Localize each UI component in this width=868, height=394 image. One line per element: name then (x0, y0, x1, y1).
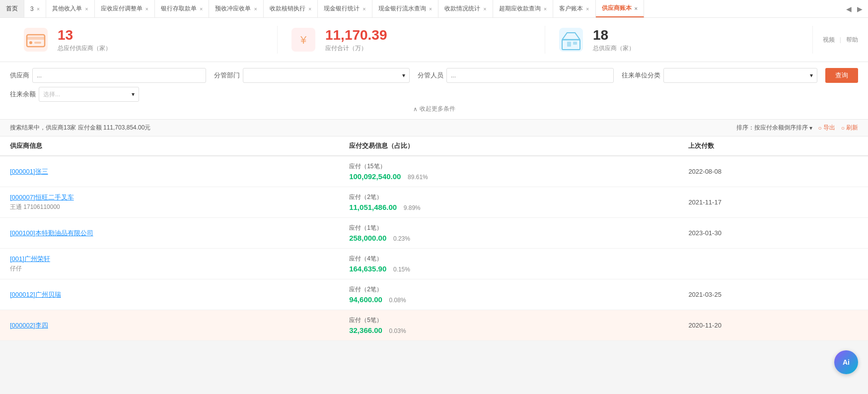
svg-text:¥: ¥ (300, 34, 307, 46)
table-header: 供应商信息 应付交易信息（占比） 上次付数 (0, 136, 868, 156)
txn-percent: 0.03% (389, 328, 406, 334)
close-icon[interactable]: × (308, 6, 311, 12)
filter-row-1: 供应商 分管部门 ▾ 分管人员 往来单位分类 ▾ 查询 (10, 68, 858, 83)
nav-item-supplier-ledger[interactable]: 供应商账本 × (596, 0, 644, 17)
supplier-name-link[interactable]: [000001]张三 (10, 167, 349, 176)
txn-amount[interactable]: 11,051,486.00 (349, 203, 397, 211)
svg-rect-11 (562, 39, 580, 41)
nav-item-other-income[interactable]: 其他收入单 × (46, 0, 94, 17)
table-row: [000100]本特勤油品有限公司 应付（1笔） 258,000.00 0.23… (0, 218, 868, 249)
table-row: [000012]广州贝瑞 应付（2笔） 94,600.00 0.08% 2021… (0, 279, 868, 310)
txn-percent: 0.23% (393, 235, 410, 242)
refresh-button[interactable]: ○ 刷新 (841, 124, 858, 132)
dept-label: 分管部门 (214, 71, 240, 80)
nav-item-bank[interactable]: 银行存取款单 × (155, 0, 209, 17)
close-icon[interactable]: × (85, 6, 88, 12)
summary-text-payable: 13 总应付供应商（家） (58, 27, 111, 53)
search-button[interactable]: 查询 (825, 68, 858, 83)
total-suppliers-value: 18 (593, 27, 635, 44)
unit-filter: 往来单位分类 ▾ (622, 68, 818, 83)
close-icon[interactable]: × (635, 5, 638, 11)
txn-count: 应付（2笔） (349, 193, 688, 201)
supplier-name-link[interactable]: [001]广州荣轩 (10, 255, 349, 263)
payable-suppliers-value: 13 (58, 27, 111, 44)
col-header-supplier: 供应商信息 (10, 141, 349, 150)
store-icon (557, 26, 585, 54)
dept-filter: 分管部门 ▾ (214, 68, 410, 83)
close-icon[interactable]: × (37, 6, 40, 12)
supplier-name-link[interactable]: [000007]恒旺二手叉车 (10, 193, 349, 202)
svg-rect-2 (27, 37, 45, 40)
nav-item-verify[interactable]: 收款核销执行 × (264, 0, 318, 17)
close-icon[interactable]: × (586, 6, 589, 12)
last-payment-date: 2020-11-20 (688, 322, 858, 329)
verify-label: 收款核销执行 (270, 4, 305, 13)
close-icon[interactable]: × (362, 6, 365, 12)
bank-label: 银行存取款单 (161, 4, 197, 13)
table-body: [000001]张三 应付（15笔） 100,092,540.00 89.61%… (0, 156, 868, 341)
balance-placeholder: 选择... (43, 90, 60, 99)
help-link[interactable]: 帮助 (846, 36, 858, 44)
result-text: 搜索结果中，供应商13家 应付金额 111,703,854.00元 (10, 124, 150, 132)
txn-amount[interactable]: 32,366.00 (349, 326, 382, 334)
supplier-name-link[interactable]: [000100]本特勤油品有限公司 (10, 229, 349, 238)
person-input[interactable] (446, 68, 614, 83)
collapse-button[interactable]: ∧ 收起更多条件 (10, 105, 858, 113)
table-row: [000002]李四 应付（5笔） 32,366.00 0.03% 2020-1… (0, 310, 868, 341)
nav-item-adjust[interactable]: 应收应付调整单 × (95, 0, 155, 17)
txn-amount[interactable]: 100,092,540.00 (349, 172, 401, 181)
nav-item-cashbank-stat[interactable]: 现金银行统计 × (318, 0, 372, 17)
supplier-filter: 供应商 (10, 68, 206, 83)
last-payment-date: 2022-08-08 (688, 168, 858, 175)
person-label: 分管人员 (418, 71, 443, 80)
nav-item-cashbank-flow[interactable]: 现金银行流水查询 × (372, 0, 438, 17)
close-icon[interactable]: × (145, 6, 148, 12)
person-filter: 分管人员 (418, 68, 614, 83)
txn-amount[interactable]: 258,000.00 (349, 234, 386, 242)
col-header-txn: 应付交易信息（占比） (349, 141, 688, 150)
txn-count: 应付（1笔） (349, 224, 688, 232)
table-row: [000007]恒旺二手叉车 王通 17106110000 应付（2笔） 11,… (0, 187, 868, 218)
nav-item-prepay[interactable]: 预收冲应收单 × (209, 0, 263, 17)
nav-next-button[interactable]: ▶ (854, 3, 865, 14)
cashbank-flow-label: 现金银行流水查询 (378, 4, 426, 13)
sort-button[interactable]: 排序：按应付余额倒序排序 ▾ (736, 124, 812, 132)
nav-item-receipt-stat[interactable]: 收款情况统计 × (438, 0, 493, 17)
unit-label: 往来单位分类 (622, 71, 660, 80)
txn-count: 应付（15笔） (349, 162, 688, 171)
summary-card-total-payable: ¥ 11,170.39 应付合计（万） (278, 26, 545, 54)
supplier-input[interactable] (32, 68, 206, 83)
collapse-label: 收起更多条件 (420, 105, 455, 113)
dept-select[interactable]: ▾ (243, 68, 410, 83)
nav-item-customer-ledger[interactable]: 客户账本 × (553, 0, 595, 17)
close-icon[interactable]: × (483, 6, 486, 12)
close-icon[interactable]: × (200, 6, 203, 12)
refresh-icon: ○ (841, 125, 845, 131)
close-icon[interactable]: × (429, 6, 432, 12)
balance-select[interactable]: 选择... ▾ (39, 87, 139, 102)
nav-item-overdue[interactable]: 超期应收款查询 × (493, 0, 553, 17)
txn-amount[interactable]: 94,600.00 (349, 295, 382, 304)
supplier-name-link[interactable]: [000012]广州贝瑞 (10, 290, 349, 299)
total-suppliers-label: 总供应商（家） (593, 44, 635, 53)
nav-item-3[interactable]: 3 × (24, 0, 46, 17)
export-button[interactable]: ○ 导出 (818, 124, 835, 132)
total-payable-icon: ¥ (289, 26, 317, 54)
table-row: [000001]张三 应付（15笔） 100,092,540.00 89.61%… (0, 156, 868, 187)
result-bar-right: 排序：按应付余额倒序排序 ▾ ○ 导出 ○ 刷新 (736, 124, 859, 132)
supplier-name-link[interactable]: [000002]李四 (10, 321, 349, 330)
close-icon[interactable]: × (254, 6, 257, 12)
unit-select[interactable]: ▾ (663, 68, 818, 83)
txn-count: 应付（2笔） (349, 285, 688, 294)
txn-percent: 9.89% (404, 204, 421, 211)
other-income-label: 其他收入单 (52, 4, 82, 13)
receipt-stat-label: 收款情况统计 (444, 4, 480, 13)
video-link[interactable]: 视频 (823, 36, 835, 44)
adjust-label: 应收应付调整单 (101, 4, 143, 13)
nav-prev-button[interactable]: ◀ (843, 3, 854, 14)
txn-amount[interactable]: 164,635.90 (349, 264, 386, 273)
close-icon[interactable]: × (544, 6, 547, 12)
svg-rect-10 (573, 42, 577, 45)
balance-label: 往来余额 (10, 90, 36, 99)
nav-item-home[interactable]: 首页 (0, 0, 24, 17)
